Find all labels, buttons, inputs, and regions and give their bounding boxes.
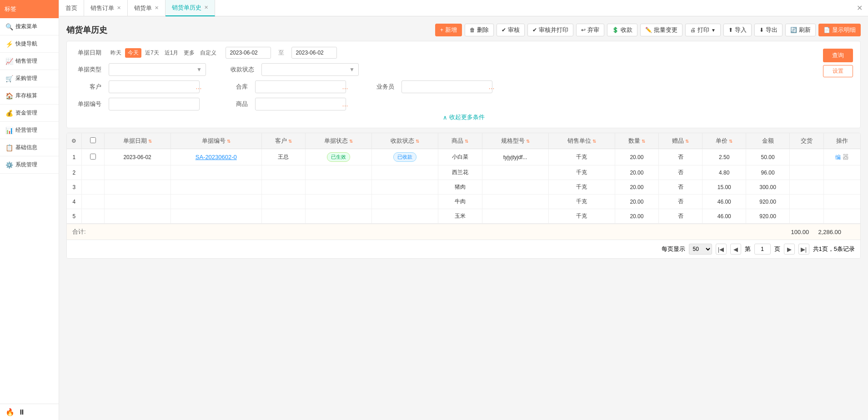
- customer-dots[interactable]: …: [193, 83, 205, 90]
- customer-input[interactable]: [109, 82, 193, 92]
- sidebar-item-quick-nav[interactable]: ⚡ 快捷导航: [0, 35, 59, 53]
- tab-sales-delivery-close[interactable]: ✕: [155, 5, 159, 11]
- sidebar-item-label-purchase-mgmt: 采购管理: [15, 75, 37, 82]
- date-from-input[interactable]: [226, 47, 271, 59]
- refresh-button[interactable]: 🔄 刷新: [785, 24, 816, 36]
- cell-checkbox[interactable]: [81, 180, 104, 195]
- th-settings[interactable]: ⚙: [67, 133, 81, 149]
- th-unit-price[interactable]: 单价 ⇅: [702, 133, 746, 149]
- cell-checkbox[interactable]: [81, 195, 104, 209]
- th-customer[interactable]: 客户 ⇅: [261, 133, 305, 149]
- show-detail-button[interactable]: 📄 显示明细: [818, 24, 861, 36]
- cell-checkbox[interactable]: [81, 209, 104, 224]
- shortcut-7days[interactable]: 近7天: [143, 48, 161, 58]
- shortcut-custom[interactable]: 自定义: [198, 48, 218, 58]
- sidebar-item-sys-mgmt[interactable]: ⚙️ 系统管理: [0, 156, 59, 174]
- finance-icon: 💰: [5, 110, 13, 117]
- prev-page-button[interactable]: ◀: [730, 244, 741, 255]
- warehouse-input[interactable]: [256, 82, 339, 92]
- sidebar-item-finance[interactable]: 💰 资金管理: [0, 105, 59, 122]
- query-button[interactable]: 查询: [823, 49, 853, 62]
- cell-quantity: 20.00: [615, 209, 658, 224]
- collapse-row[interactable]: ∧ 收起更多条件: [74, 110, 853, 122]
- receipt-status-dropdown-icon[interactable]: ▼: [346, 66, 358, 73]
- receipt-status-input[interactable]: [262, 65, 346, 75]
- set-button[interactable]: 设置: [823, 65, 853, 77]
- warehouse-dots[interactable]: …: [339, 83, 351, 90]
- tab-sales-order-close[interactable]: ✕: [117, 5, 121, 11]
- batch-change-button[interactable]: ✏️ 批量变更: [640, 24, 682, 36]
- th-doc-status[interactable]: 单据状态 ⇅: [306, 133, 372, 149]
- staff-input-group: …: [401, 80, 492, 93]
- shortcut-more[interactable]: 更多: [182, 48, 196, 58]
- goods-input[interactable]: [256, 99, 339, 110]
- print-button[interactable]: 🖨 打印 ▼: [685, 24, 721, 36]
- sidebar-item-base-info[interactable]: 📋 基础信息: [0, 139, 59, 156]
- filter-row-4: 单据编号 商品 …: [74, 98, 816, 110]
- shortcut-yesterday[interactable]: 昨天: [109, 48, 123, 58]
- cell-checkbox[interactable]: [81, 165, 104, 180]
- sidebar-item-operation[interactable]: 📊 经营管理: [0, 122, 59, 139]
- cell-row-num: 4: [67, 195, 81, 209]
- staff-input[interactable]: [402, 82, 486, 92]
- tab-sales-order[interactable]: 销售订单 ✕: [84, 0, 128, 16]
- first-page-button[interactable]: |◀: [716, 244, 727, 255]
- per-page-select[interactable]: 50 100: [689, 244, 712, 255]
- row-checkbox[interactable]: [90, 154, 96, 160]
- doc-no-input[interactable]: [109, 98, 200, 110]
- sidebar-item-inventory[interactable]: 🏠 库存核算: [0, 87, 59, 105]
- fire-icon[interactable]: 🔥: [5, 408, 15, 416]
- th-gift[interactable]: 赠品 ⇅: [659, 133, 702, 149]
- tab-sales-history-close[interactable]: ✕: [204, 5, 208, 10]
- goods-dots[interactable]: …: [339, 100, 351, 108]
- sidebar-item-search-menu[interactable]: 🔍 搜索菜单: [0, 18, 59, 35]
- cell-operation: [823, 180, 860, 195]
- tab-sales-history[interactable]: 销货单历史 ✕: [166, 0, 215, 16]
- filter-row-1: 单据日期 昨天 今天 近7天 近1月 更多 自定义 至: [74, 47, 853, 110]
- cell-goods: 牛肉: [438, 195, 482, 209]
- export-button[interactable]: ⬇ 导出: [754, 24, 783, 36]
- th-operation: 操作: [823, 133, 860, 149]
- tab-home[interactable]: 首页: [59, 0, 84, 16]
- th-doc-date[interactable]: 单据日期 ⇅: [104, 133, 171, 149]
- import-button[interactable]: ⬆ 导入: [723, 24, 752, 36]
- cell-checkbox[interactable]: [81, 149, 104, 165]
- th-sale-unit[interactable]: 销售单位 ⇅: [548, 133, 615, 149]
- abandon-button[interactable]: ↩ 弃审: [576, 24, 604, 36]
- delete-button[interactable]: 🗑 删除: [465, 24, 494, 36]
- filter-area: 单据日期 昨天 今天 近7天 近1月 更多 自定义 至: [66, 41, 861, 128]
- sidebar-item-sales-mgmt[interactable]: 📈 销售管理: [0, 53, 59, 70]
- op-more-link[interactable]: 器: [843, 153, 849, 160]
- cell-sale-unit: 千克: [548, 165, 615, 180]
- th-checkbox[interactable]: [81, 133, 104, 149]
- op-edit-link[interactable]: 编: [835, 154, 841, 160]
- approve-button[interactable]: ✔ 审核: [497, 24, 525, 36]
- table-header-row: ⚙ 单据日期 ⇅ 单据编号 ⇅: [67, 133, 860, 149]
- tab-bar-close-all[interactable]: ✕: [851, 4, 868, 12]
- last-page-button[interactable]: ▶|: [798, 244, 809, 255]
- sidebar-item-label-base-info: 基础信息: [15, 144, 37, 151]
- page-input[interactable]: [754, 244, 771, 255]
- th-quantity[interactable]: 数量 ⇅: [615, 133, 658, 149]
- doc-no-link[interactable]: SA-20230602-0: [196, 154, 237, 160]
- select-all-checkbox[interactable]: [90, 137, 96, 143]
- receive-button[interactable]: 💲 收款: [607, 24, 637, 36]
- sidebar-item-purchase-mgmt[interactable]: 🛒 采购管理: [0, 70, 59, 87]
- date-to-input[interactable]: [291, 47, 337, 59]
- shortcut-1month[interactable]: 近1月: [163, 48, 181, 58]
- staff-dots[interactable]: …: [486, 83, 497, 90]
- approve-print-button[interactable]: ✔ 审核并打印: [527, 24, 573, 36]
- doc-type-input[interactable]: [109, 65, 193, 75]
- base-info-icon: 📋: [5, 144, 13, 151]
- th-goods[interactable]: 商品 ⇅: [438, 133, 482, 149]
- pause-icon[interactable]: ⏸: [18, 408, 25, 416]
- th-spec[interactable]: 规格型号 ⇅: [482, 133, 548, 149]
- doc-type-dropdown-icon[interactable]: ▼: [193, 66, 206, 73]
- next-page-button[interactable]: ▶: [784, 244, 795, 255]
- add-button[interactable]: + 新增: [435, 24, 462, 36]
- th-doc-no[interactable]: 单据编号 ⇅: [171, 133, 261, 149]
- tab-sales-delivery[interactable]: 销货单 ✕: [128, 0, 166, 16]
- cell-quantity: 20.00: [615, 180, 658, 195]
- th-receipt-status[interactable]: 收款状态 ⇅: [372, 133, 438, 149]
- shortcut-today[interactable]: 今天: [125, 48, 141, 58]
